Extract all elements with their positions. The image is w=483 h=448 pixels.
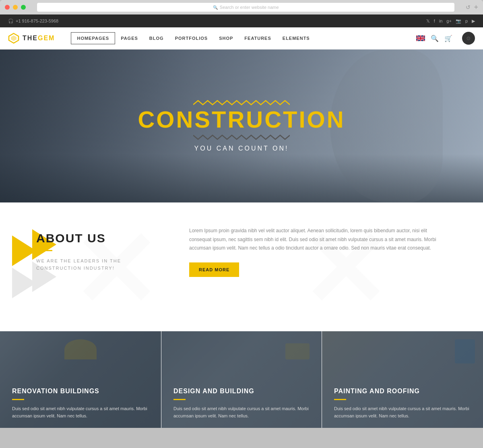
service-card-3-title: PAINTING AND ROOFING — [334, 388, 471, 395]
service-card-painting[interactable]: PAINTING AND ROOFING Duis sed odio sit a… — [322, 331, 483, 428]
about-title-underline — [36, 250, 52, 251]
website-content: 🎧 +1 916-875-223-5968 𝕏 f in g+ 📷 p ▶ — [0, 14, 483, 428]
phone-icon: 🎧 — [8, 19, 14, 24]
address-bar[interactable]: 🔍 Search or enter website name — [37, 3, 454, 12]
nav-elements[interactable]: ELEMENTS — [277, 33, 316, 44]
linkedin-icon[interactable]: in — [439, 19, 443, 23]
maximize-button[interactable] — [21, 5, 26, 10]
language-flag[interactable] — [416, 35, 425, 41]
logo[interactable]: THEGEM — [8, 33, 55, 44]
browser-titlebar: 🔍 Search or enter website name ↺ + — [0, 0, 483, 14]
gear-icon: ⚙ — [466, 35, 471, 41]
about-subtitle: WE ARE THE LEADERS IN THE CONSTRUCTION I… — [36, 258, 157, 272]
address-text: Search or enter website name — [220, 5, 279, 10]
hero-deco-top — [138, 100, 345, 105]
social-links: 𝕏 f in g+ 📷 p ▶ — [426, 19, 475, 24]
hero-person-silhouette — [330, 50, 443, 202]
settings-button[interactable]: ⚙ — [462, 32, 475, 45]
twitter-icon[interactable]: 𝕏 — [426, 19, 430, 24]
about-right: Lorem Ipsum proin gravida nibh vel velit… — [189, 227, 447, 277]
googleplus-icon[interactable]: g+ — [446, 19, 452, 23]
service-card-1-line — [12, 399, 24, 400]
about-left: ABOUT US WE ARE THE LEADERS IN THE CONST… — [36, 231, 157, 272]
cart-icon[interactable]: 🛒 — [444, 35, 452, 42]
read-more-button[interactable]: READ MoRE — [189, 262, 239, 277]
search-icon: 🔍 — [213, 5, 218, 10]
about-body-text: Lorem Ipsum proin gravida nibh vel velit… — [189, 227, 447, 253]
new-tab-button[interactable]: + — [474, 3, 478, 12]
hero-subtitle: YOU CAN COUNT ON! — [138, 145, 345, 152]
about-title: ABOUT US — [36, 231, 157, 245]
hero-content: CONSTRUCTION YOU CAN COUNT ON! — [138, 100, 345, 152]
navbar: THEGEM HOMEPAGES PAGES BLOG PORTFOLIOS S… — [0, 27, 483, 50]
close-button[interactable] — [5, 5, 10, 10]
facebook-icon[interactable]: f — [434, 19, 435, 23]
service-card-1-content: RENOVATION BUILDINGS Duis sed odio sit a… — [0, 331, 161, 428]
topbar-phone: 🎧 +1 916-875-223-5968 — [8, 19, 58, 24]
service-card-3-content: PAINTING AND ROOFING Duis sed odio sit a… — [322, 331, 483, 428]
about-section: ABOUT US WE ARE THE LEADERS IN THE CONST… — [0, 202, 483, 331]
logo-icon — [8, 33, 19, 44]
hero-section: CONSTRUCTION YOU CAN COUNT ON! — [0, 50, 483, 202]
service-card-3-line — [334, 399, 346, 400]
hero-zigzag-top — [193, 100, 290, 105]
hero-deco-bottom — [138, 134, 345, 140]
service-card-3-text: Duis sed odio sit amet nibh vulputate cu… — [334, 405, 471, 420]
nav-portfolios[interactable]: PORTFOLIOS — [169, 33, 214, 44]
browser-window: 🔍 Search or enter website name ↺ + 🎧 +1 … — [0, 0, 483, 428]
service-card-design[interactable]: DESIGN AND BUILDING Duis sed odio sit am… — [161, 331, 322, 428]
minimize-button[interactable] — [13, 5, 18, 10]
service-card-2-title: DESIGN AND BUILDING — [173, 388, 310, 395]
topbar: 🎧 +1 916-875-223-5968 𝕏 f in g+ 📷 p ▶ — [0, 14, 483, 27]
phone-number: +1 916-875-223-5968 — [16, 19, 58, 23]
nav-shop[interactable]: SHOP — [213, 33, 239, 44]
services-section: RENOVATION BUILDINGS Duis sed odio sit a… — [0, 331, 483, 428]
search-icon[interactable]: 🔍 — [431, 35, 439, 42]
nav-features[interactable]: FEATURES — [239, 33, 277, 44]
reload-button[interactable]: ↺ — [466, 4, 471, 10]
nav-blog[interactable]: BLOG — [144, 33, 169, 44]
youtube-icon[interactable]: ▶ — [472, 19, 475, 24]
logo-the: THE — [23, 35, 38, 41]
hero-zigzag-bottom — [193, 134, 290, 140]
logo-gem: GEM — [38, 35, 55, 41]
service-card-renovation[interactable]: RENOVATION BUILDINGS Duis sed odio sit a… — [0, 331, 161, 428]
nav-actions: 🔍 🛒 ⚙ — [416, 32, 475, 45]
service-card-2-content: DESIGN AND BUILDING Duis sed odio sit am… — [161, 331, 322, 428]
nav-homepages[interactable]: HOMEPAGES — [71, 32, 115, 44]
svg-marker-1 — [11, 35, 17, 41]
service-card-2-line — [173, 399, 186, 400]
service-card-2-text: Duis sed odio sit amet nibh vulputate cu… — [173, 405, 310, 420]
logo-text: THEGEM — [23, 35, 55, 42]
hero-title: CONSTRUCTION — [138, 108, 345, 131]
service-card-1-text: Duis sed odio sit amet nibh vulputate cu… — [12, 405, 149, 420]
instagram-icon[interactable]: 📷 — [456, 19, 461, 24]
pinterest-icon[interactable]: p — [465, 19, 468, 23]
about-content: ABOUT US WE ARE THE LEADERS IN THE CONST… — [20, 227, 463, 277]
nav-links: HOMEPAGES PAGES BLOG PORTFOLIOS SHOP FEA… — [71, 32, 416, 44]
nav-pages[interactable]: PAGES — [115, 33, 144, 44]
service-card-1-title: RENOVATION BUILDINGS — [12, 388, 149, 395]
